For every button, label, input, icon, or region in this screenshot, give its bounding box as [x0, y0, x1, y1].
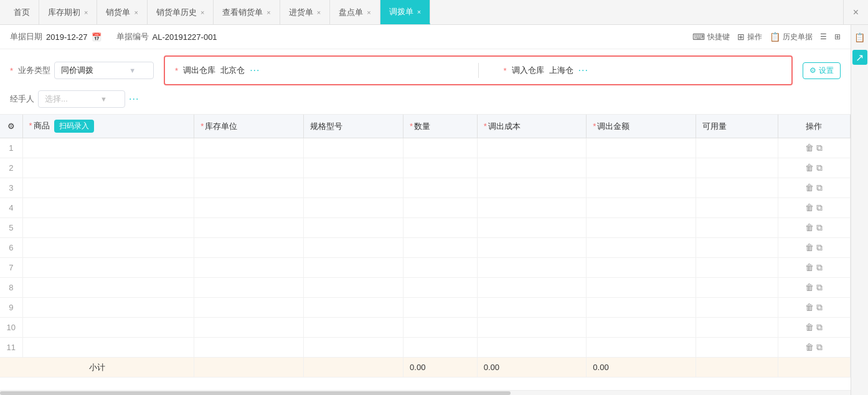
copy-icon[interactable]: ⧉	[816, 302, 823, 312]
qty-cell[interactable]	[403, 338, 478, 358]
history-action[interactable]: 📋 历史单据	[770, 32, 813, 42]
layout-list-action[interactable]: ☰	[820, 32, 827, 41]
scan-button[interactable]: 扫码录入	[54, 120, 94, 133]
goods-cell[interactable]	[22, 258, 194, 278]
table-row: 9🗑⧉	[0, 298, 851, 318]
delete-icon[interactable]: 🗑	[805, 222, 814, 232]
goods-cell[interactable]	[22, 178, 194, 198]
copy-icon[interactable]: ⧉	[816, 262, 823, 272]
handler-select[interactable]: 选择... ▼	[38, 90, 125, 108]
goods-cell[interactable]	[22, 138, 194, 158]
cost-cell[interactable]	[477, 158, 587, 178]
goods-cell[interactable]	[22, 198, 194, 218]
qty-cell[interactable]	[403, 198, 478, 218]
unit-cell	[194, 138, 304, 158]
row-num: 5	[0, 218, 22, 238]
copy-icon[interactable]: ⧉	[816, 143, 823, 153]
sidebar-doc-button[interactable]: 📋	[852, 30, 867, 45]
cost-cell[interactable]	[477, 198, 587, 218]
copy-icon[interactable]: ⧉	[816, 342, 823, 352]
goods-cell[interactable]	[22, 318, 194, 338]
cost-cell[interactable]	[477, 338, 587, 358]
target-warehouse-field: * 调入仓库 上海仓 ···	[504, 65, 781, 76]
copy-icon[interactable]: ⧉	[816, 322, 823, 332]
copy-icon[interactable]: ⧉	[816, 222, 823, 232]
source-warehouse-more-button[interactable]: ···	[250, 65, 260, 76]
unit-cell	[194, 178, 304, 198]
copy-icon[interactable]: ⧉	[816, 183, 823, 193]
tab-inventory-init[interactable]: 库存期初 ×	[39, 0, 97, 24]
goods-cell[interactable]	[22, 238, 194, 258]
tab-sales-history[interactable]: 销货单历史 ×	[148, 0, 214, 24]
delete-icon[interactable]: 🗑	[805, 183, 814, 193]
qty-cell[interactable]	[403, 178, 478, 198]
settings-button[interactable]: ⚙ 设置	[803, 62, 841, 79]
tab-close-transfer[interactable]: ×	[417, 8, 421, 16]
qty-cell[interactable]	[403, 278, 478, 298]
qty-cell[interactable]	[403, 158, 478, 178]
operation-action[interactable]: ⊞ 操作	[737, 32, 762, 42]
delete-icon[interactable]: 🗑	[805, 322, 814, 332]
tab-home[interactable]: 首页	[5, 0, 39, 24]
delete-icon[interactable]: 🗑	[805, 342, 814, 352]
cost-cell[interactable]	[477, 218, 587, 238]
cost-cell[interactable]	[477, 318, 587, 338]
tab-purchase[interactable]: 进货单 ×	[280, 0, 330, 24]
tab-view-sales[interactable]: 查看销货单 ×	[214, 0, 280, 24]
qty-cell[interactable]	[403, 218, 478, 238]
tab-close-stocktake[interactable]: ×	[367, 9, 370, 16]
qty-cell[interactable]	[403, 318, 478, 338]
cost-cell[interactable]	[477, 138, 587, 158]
copy-icon[interactable]: ⧉	[816, 202, 823, 212]
goods-cell[interactable]	[22, 218, 194, 238]
tab-close-view-sales[interactable]: ×	[267, 9, 270, 16]
delete-icon[interactable]: 🗑	[805, 143, 814, 153]
unit-cell	[194, 238, 304, 258]
delete-icon[interactable]: 🗑	[805, 202, 814, 212]
tab-stocktake[interactable]: 盘点单 ×	[330, 0, 380, 24]
business-type-select[interactable]: 同价调拨 ▼	[54, 62, 154, 79]
tab-close-purchase[interactable]: ×	[317, 9, 321, 16]
op-cell: 🗑⧉	[778, 318, 850, 338]
tab-close-inventory-init[interactable]: ×	[84, 9, 88, 16]
goods-cell[interactable]	[22, 158, 194, 178]
copy-icon[interactable]: ⧉	[816, 242, 823, 252]
tab-sales-order[interactable]: 销货单 ×	[97, 0, 147, 24]
horizontal-scrollbar[interactable]	[0, 390, 851, 395]
col-cost: *调出成本	[477, 115, 587, 138]
cost-cell[interactable]	[477, 238, 587, 258]
handler-more-button[interactable]: ···	[129, 93, 139, 105]
copy-icon[interactable]: ⧉	[816, 163, 823, 173]
tab-close-sales-history[interactable]: ×	[200, 9, 204, 16]
goods-cell[interactable]	[22, 278, 194, 298]
tab-transfer[interactable]: 调拨单 ×	[380, 0, 430, 24]
spec-cell	[303, 278, 403, 298]
cost-cell[interactable]	[477, 258, 587, 278]
shortcut-action[interactable]: ⌨ 快捷键	[692, 32, 730, 42]
delete-icon[interactable]: 🗑	[805, 302, 814, 312]
target-warehouse-more-button[interactable]: ···	[578, 65, 588, 76]
cost-cell[interactable]	[477, 298, 587, 318]
table-row: 2🗑⧉	[0, 158, 851, 178]
goods-cell[interactable]	[22, 338, 194, 358]
qty-cell[interactable]	[403, 138, 478, 158]
delete-icon[interactable]: 🗑	[805, 282, 814, 292]
sidebar-export-button[interactable]: ↗	[852, 50, 867, 65]
scrollbar-thumb[interactable]	[0, 391, 511, 395]
sidebar-doc-icon: 📋	[854, 32, 865, 42]
delete-icon[interactable]: 🗑	[805, 242, 814, 252]
qty-cell[interactable]	[403, 298, 478, 318]
copy-icon[interactable]: ⧉	[816, 282, 823, 292]
goods-cell[interactable]	[22, 298, 194, 318]
cost-cell[interactable]	[477, 178, 587, 198]
tab-close-sales-order[interactable]: ×	[134, 9, 138, 16]
col-gear[interactable]: ⚙	[0, 115, 22, 138]
delete-icon[interactable]: 🗑	[805, 163, 814, 173]
cost-cell[interactable]	[477, 278, 587, 298]
calendar-icon[interactable]: 📅	[92, 32, 101, 42]
qty-cell[interactable]	[403, 238, 478, 258]
layout-grid-action[interactable]: ⊞	[834, 32, 841, 41]
qty-cell[interactable]	[403, 258, 478, 278]
close-window-button[interactable]: ×	[843, 0, 868, 25]
delete-icon[interactable]: 🗑	[805, 262, 814, 272]
